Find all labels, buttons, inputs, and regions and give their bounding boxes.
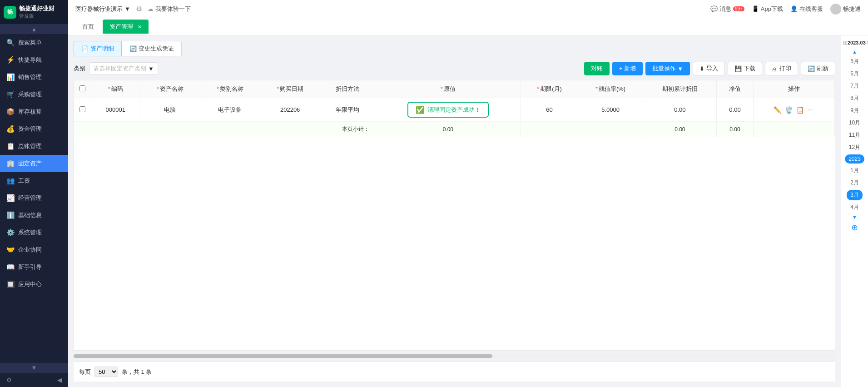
tab-asset-mgmt[interactable]: 资产管理 ✕	[103, 20, 149, 34]
download-button[interactable]: 💾 下载	[728, 62, 762, 75]
print-button[interactable]: 🖨 打印	[765, 62, 798, 75]
timeline-item-10[interactable]: 10月	[841, 117, 868, 129]
user-menu[interactable]: 畅捷通	[830, 4, 861, 15]
timeline-item-11[interactable]: 11月	[841, 129, 868, 141]
sidebar-item-fixed-assets[interactable]: 🏢 固定资产	[0, 155, 68, 172]
timeline-item-6[interactable]: 6月	[841, 68, 868, 80]
horizontal-scrollbar[interactable]	[74, 354, 835, 358]
tab-home[interactable]: 首页	[75, 20, 101, 34]
sidebar-item-system[interactable]: ⚙️ 系统管理	[0, 224, 68, 241]
category-filter-select[interactable]: 请选择固定资产类别 ▼	[89, 62, 158, 75]
sidebar-item-capital[interactable]: 💰 资金管理	[0, 120, 68, 138]
sidebar-scroll-down[interactable]: ▼	[0, 363, 68, 372]
subtotal-net-value: 0.00	[717, 122, 753, 137]
timeline-item-year-2023[interactable]: 2023	[845, 154, 864, 164]
user-name: 畅捷通	[843, 5, 861, 13]
timeline-scroll-down[interactable]: ▼	[852, 213, 857, 221]
row-checkbox[interactable]	[74, 98, 91, 122]
app-download-label: App下载	[761, 5, 783, 13]
app-download-btn[interactable]: 📱 App下载	[752, 5, 783, 13]
sidebar-item-label: 经营管理	[18, 194, 42, 202]
edit-icon[interactable]: ✏️	[774, 106, 781, 114]
subtotal-empty	[521, 122, 643, 137]
sidebar-item-quick-nav[interactable]: ⚡ 快捷导航	[0, 51, 68, 69]
filter-select-value: 请选择固定资产类别	[93, 64, 146, 73]
row-category: 电子设备	[200, 98, 260, 122]
more-icon[interactable]: ⋯	[808, 106, 814, 114]
sidebar-item-search[interactable]: 🔍 搜索菜单	[0, 34, 68, 51]
timeline-item-3[interactable]: 3月	[847, 190, 863, 200]
timeline-header[interactable]: 2023.03	[848, 38, 866, 47]
content-main: 📄 资产明细 🔄 变更生成凭证 类别 请选择固定资产类别 ▼	[68, 35, 841, 387]
sidebar-item-purchase[interactable]: 🛒 采购管理	[0, 86, 68, 103]
timeline-panel: ⊞ 2023.03 ✕ ▲ 5月 6月 7月 8月 9月 10月 11月 12月…	[841, 35, 868, 387]
row-purchase-date: 202206	[260, 98, 320, 122]
timeline-expand-icon[interactable]: ⊞	[843, 40, 848, 46]
new-label: + 新增	[619, 64, 636, 73]
collapse-icon[interactable]: ◀	[57, 377, 62, 383]
experience-btn[interactable]: ☁ 我要体验一下	[148, 5, 191, 13]
toolbar-right: 对账 + 新增 批量操作 ▼ ⬇ 导入 💾 下载	[584, 62, 835, 75]
timeline-item-5[interactable]: 5月	[841, 55, 868, 68]
timeline-item-2[interactable]: 2月	[841, 177, 868, 189]
online-service-btn[interactable]: 👤 在线客服	[790, 5, 823, 13]
timeline-item-8[interactable]: 8月	[841, 92, 868, 104]
copy-icon[interactable]: 📋	[796, 106, 804, 114]
reconcile-label: 对账	[591, 64, 603, 73]
row-select-checkbox[interactable]	[79, 106, 85, 112]
timeline-scroll-up[interactable]: ▲	[852, 48, 857, 55]
timeline-close-icon[interactable]: ✕	[866, 40, 868, 46]
sidebar-item-inventory[interactable]: 📦 库存核算	[0, 103, 68, 120]
sidebar-item-ledger[interactable]: 📋 总账管理	[0, 138, 68, 155]
ledger-icon: 📋	[6, 142, 15, 150]
col-code: *编码	[91, 80, 140, 98]
row-actions: ✏️ 🗑️ 📋 ⋯	[753, 98, 834, 122]
guide-icon: 📖	[6, 263, 15, 271]
row-residual-rate: 5.0000	[578, 98, 643, 122]
timeline-item-7[interactable]: 7月	[841, 80, 868, 92]
timeline-item-9[interactable]: 9月	[841, 104, 868, 117]
batch-button[interactable]: 批量操作 ▼	[645, 62, 690, 75]
sidebar-item-sales[interactable]: 📊 销售管理	[0, 69, 68, 86]
subtotal-label: 本页小计：	[74, 122, 375, 137]
settings-icon[interactable]: ⚙	[6, 377, 12, 383]
sidebar-item-operations[interactable]: 📈 经营管理	[0, 189, 68, 207]
import-button[interactable]: ⬇ 导入	[693, 62, 725, 75]
delete-icon[interactable]: 🗑️	[785, 106, 793, 114]
tab-asset-mgmt-label: 资产管理	[109, 23, 133, 30]
operations-icon: 📈	[6, 194, 15, 202]
select-all-checkbox[interactable]	[79, 85, 85, 91]
messages-btn[interactable]: 💬 消息 99+	[710, 5, 744, 13]
search-icon: 🔍	[6, 39, 15, 47]
subtotal-initial-dep: 0.00	[643, 122, 717, 137]
timeline-item-1[interactable]: 1月	[841, 164, 868, 177]
refresh-label: 刷新	[817, 64, 828, 73]
sidebar-item-payroll[interactable]: 👥 工资	[0, 172, 68, 189]
row-net-value: 0.00	[717, 98, 753, 122]
company-selector[interactable]: 医疗器械行业演示 ▼	[75, 5, 130, 13]
messages-label: 消息	[719, 5, 731, 13]
sidebar-item-basic-info[interactable]: ℹ️ 基础信息	[0, 207, 68, 224]
sub-tabs: 📄 资产明细 🔄 变更生成凭证	[74, 41, 835, 56]
content-area: 📄 资产明细 🔄 变更生成凭证 类别 请选择固定资产类别 ▼	[68, 35, 868, 387]
refresh-button[interactable]: 🔄 刷新	[801, 62, 835, 75]
sidebar-item-app-center[interactable]: 🔲 应用中心	[0, 276, 68, 293]
reconcile-button[interactable]: 对账	[584, 62, 610, 75]
settings-gear-icon[interactable]: ⚙	[136, 5, 142, 13]
fixed-assets-icon: 🏢	[6, 159, 15, 168]
sub-tab-asset-detail[interactable]: 📄 资产明细	[74, 41, 122, 56]
sidebar-item-guide[interactable]: 📖 新手引导	[0, 258, 68, 276]
new-button[interactable]: + 新增	[612, 62, 643, 75]
timeline-item-12[interactable]: 12月	[841, 141, 868, 154]
sidebar-item-label: 资金管理	[18, 125, 42, 133]
download-label: 下载	[744, 64, 755, 73]
sidebar-scroll-up[interactable]: ▲	[0, 25, 68, 34]
tab-close-icon[interactable]: ✕	[138, 24, 142, 30]
per-page-select[interactable]: 50 100	[94, 367, 118, 377]
timeline-item-4[interactable]: 4月	[841, 201, 868, 213]
service-icon: 👤	[790, 5, 798, 12]
sidebar-item-enterprise[interactable]: 🤝 企业协同	[0, 241, 68, 258]
filter-dropdown-icon: ▼	[148, 65, 154, 72]
timeline-down-arrow[interactable]: ⊕	[851, 223, 858, 233]
sub-tab-change-voucher[interactable]: 🔄 变更生成凭证	[122, 41, 182, 56]
